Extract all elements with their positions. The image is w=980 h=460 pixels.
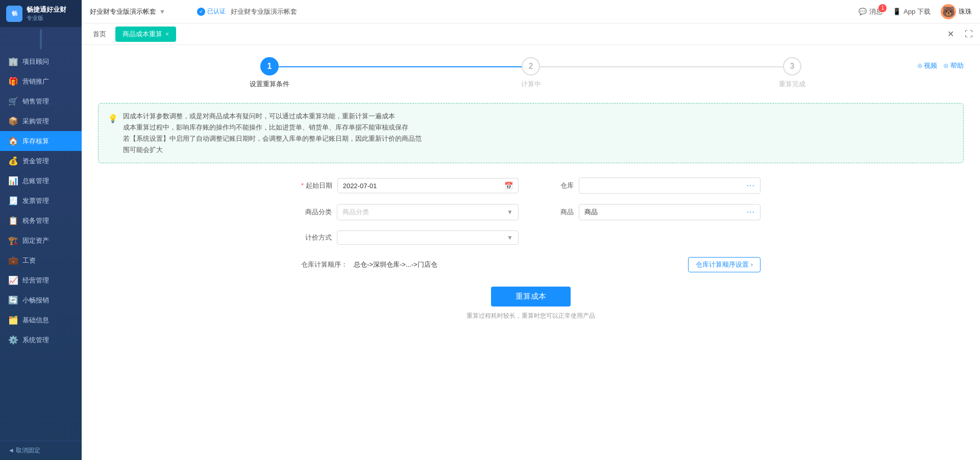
expand-window-button[interactable]: ⛶ [962, 27, 976, 41]
calc-order-btn-label: 仓库计算顺序设置 › [696, 260, 753, 269]
steps-progress: 1 设置重算条件 2 计算中 3 重算完成 ⊙ 视频 ⊙ 帮助 [98, 57, 964, 89]
sidebar-footer-unpin[interactable]: ◄ 取消固定 [0, 441, 82, 460]
warning-icon: 💡 [108, 112, 118, 156]
step2-circle: 2 [522, 57, 540, 75]
user-profile[interactable]: 🐻 珠珠 [941, 4, 972, 19]
unpin-label: ◄ 取消固定 [8, 446, 40, 455]
sidebar-item-accounting[interactable]: 📊 总账管理 [0, 171, 82, 191]
tab-close-icon[interactable]: × [165, 31, 169, 38]
warehouse-input[interactable]: ··· [579, 177, 761, 194]
form-row-price-method: 计价方式 ▼ [301, 231, 519, 245]
sidebar-item-sales[interactable]: 🛒 销售管理 [0, 91, 82, 111]
step1-num: 1 [267, 62, 272, 71]
scroll-bar [40, 29, 42, 49]
username-label: 珠珠 [959, 7, 972, 16]
price-method-chevron-icon: ▼ [507, 234, 513, 241]
step-2: 2 计算中 [400, 57, 662, 89]
sidebar-item-marketing[interactable]: 🎁 营销推广 [0, 71, 82, 91]
price-method-label: 计价方式 [301, 233, 332, 242]
step-3: 3 重算完成 [662, 57, 923, 89]
accounting-icon: 📊 [8, 176, 17, 186]
goods-label: 商品 [543, 208, 574, 217]
sidebar-item-system[interactable]: ⚙️ 系统管理 [0, 330, 82, 350]
step3-label: 重算完成 [779, 80, 805, 89]
sidebar-item-label: 项目顾问 [22, 57, 49, 66]
sidebar-item-invoice[interactable]: 🧾 发票管理 [0, 191, 82, 211]
step3-circle: 3 [783, 57, 801, 75]
tabbar: 首页 商品成本重算 × ✕ ⛶ [82, 23, 980, 45]
calendar-icon: 📅 [504, 182, 513, 190]
goods-placeholder: 商品 [584, 208, 598, 217]
tabbar-actions: ✕ ⛶ [943, 27, 976, 41]
company-name: 好业财专业版演示帐套 [231, 7, 297, 16]
sidebar-item-tax[interactable]: 📋 税务管理 [0, 211, 82, 231]
close-window-button[interactable]: ✕ [943, 27, 958, 41]
sidebar-item-inventory[interactable]: 🏠 库存核算 [0, 131, 82, 151]
sidebar-item-label: 资金管理 [22, 157, 49, 166]
info-line1: 因成本计算参数调整，或是对商品成本有疑问时，可以通过成本重算功能，重新计算一遍成… [123, 111, 422, 122]
step1-circle: 1 [260, 57, 279, 75]
inventory-icon: 🏠 [8, 136, 17, 146]
sidebar-item-label: 工资 [22, 256, 36, 265]
category-placeholder: 商品分类 [342, 208, 369, 217]
sidebar-item-assets[interactable]: 🏗️ 固定资产 [0, 231, 82, 250]
goods-input[interactable]: 商品 ··· [579, 204, 761, 220]
sidebar-item-salary[interactable]: 💼 工资 [0, 250, 82, 270]
warehouse-dots-icon: ··· [747, 181, 755, 190]
tab-home-label: 首页 [93, 30, 106, 39]
sidebar-item-label: 销售管理 [22, 97, 49, 106]
sidebar-item-label: 固定资产 [22, 236, 49, 245]
app-download-button[interactable]: 📱 App 下载 [893, 7, 930, 16]
warehouse-label: 仓库 [543, 181, 574, 190]
project-icon: 🏢 [8, 57, 17, 66]
tab-recalc-label: 商品成本重算 [122, 30, 162, 39]
start-date-input[interactable]: 2022-07-01 📅 [337, 178, 519, 193]
scroll-indicator-top [0, 27, 82, 52]
operation-icon: 📈 [8, 275, 17, 285]
step1-label: 设置重算条件 [250, 80, 289, 89]
sidebar-item-label: 营销推广 [22, 77, 49, 86]
sidebar-item-purchase[interactable]: 📦 采购管理 [0, 111, 82, 131]
category-select[interactable]: 商品分类 ▼ [337, 204, 519, 220]
start-date-label: 起始日期 [301, 181, 332, 190]
invoice-icon: 🧾 [8, 196, 17, 206]
avatar: 🐻 [941, 4, 956, 19]
tab-home[interactable]: 首页 [86, 27, 113, 42]
account-selector[interactable]: 好业财专业版演示帐套 ▼ [90, 7, 192, 16]
sidebar-item-label: 基础信息 [22, 316, 49, 325]
message-badge: 1 [878, 4, 887, 12]
sidebar-item-operation[interactable]: 📈 经营管理 [0, 270, 82, 290]
sidebar-item-finance[interactable]: 💰 资金管理 [0, 151, 82, 171]
page-content: 1 设置重算条件 2 计算中 3 重算完成 ⊙ 视频 ⊙ 帮助 [82, 45, 980, 460]
sales-icon: 🛒 [8, 96, 17, 106]
sidebar-item-label: 发票管理 [22, 196, 49, 206]
recalc-button[interactable]: 重算成本 [491, 287, 571, 306]
form-row-warehouse: 仓库 ··· [543, 177, 761, 194]
avatar-emoji: 🐻 [942, 6, 955, 18]
topbar: 好业财专业版演示帐套 ▼ ✓ 已认证 好业财专业版演示帐套 💬 消息 1 📱 A… [82, 0, 980, 23]
account-name: 好业财专业版演示帐套 [90, 7, 156, 16]
price-method-select[interactable]: ▼ [337, 231, 519, 245]
topbar-right: 💬 消息 1 📱 App 下载 🐻 珠珠 [859, 4, 972, 19]
form-row-goods: 商品 商品 ··· [543, 204, 761, 220]
help-link[interactable]: ⊙ 帮助 [943, 61, 964, 70]
sidebar-item-expense[interactable]: 🔄 小畅报销 [0, 290, 82, 310]
goods-dots-icon: ··· [747, 208, 755, 217]
info-box: 💡 因成本计算参数调整，或是对商品成本有疑问时，可以通过成本重算功能，重新计算一… [98, 103, 964, 163]
calc-order-row: 仓库计算顺序： 总仓->深圳仓库->...->门店仓 仓库计算顺序设置 › [301, 257, 761, 272]
tab-recalc[interactable]: 商品成本重算 × [115, 27, 176, 42]
info-text: 因成本计算参数调整，或是对商品成本有疑问时，可以通过成本重算功能，重新计算一遍成… [123, 111, 422, 156]
recalc-label: 重算成本 [516, 292, 546, 300]
sidebar-item-label: 库存核算 [22, 137, 49, 146]
sidebar-item-label: 总账管理 [22, 176, 49, 186]
message-button[interactable]: 💬 消息 1 [859, 7, 883, 16]
sidebar: 畅 畅捷通好业财 专业版 🏢 项目顾问 🎁 营销推广 🛒 销售管理 📦 采购管理… [0, 0, 82, 460]
action-area: 重算成本 重算过程耗时较长，重算时您可以正常使用产品 [98, 287, 964, 320]
step-1: 1 设置重算条件 [139, 57, 400, 89]
sidebar-item-basic[interactable]: 🗂️ 基础信息 [0, 310, 82, 330]
verified-badge-area: ✓ 已认证 [197, 7, 226, 16]
calc-order-setting-button[interactable]: 仓库计算顺序设置 › [688, 257, 761, 272]
sidebar-item-project[interactable]: 🏢 项目顾问 [0, 52, 82, 71]
salary-icon: 💼 [8, 255, 17, 265]
steps-video-help: ⊙ 视频 ⊙ 帮助 [917, 61, 964, 70]
